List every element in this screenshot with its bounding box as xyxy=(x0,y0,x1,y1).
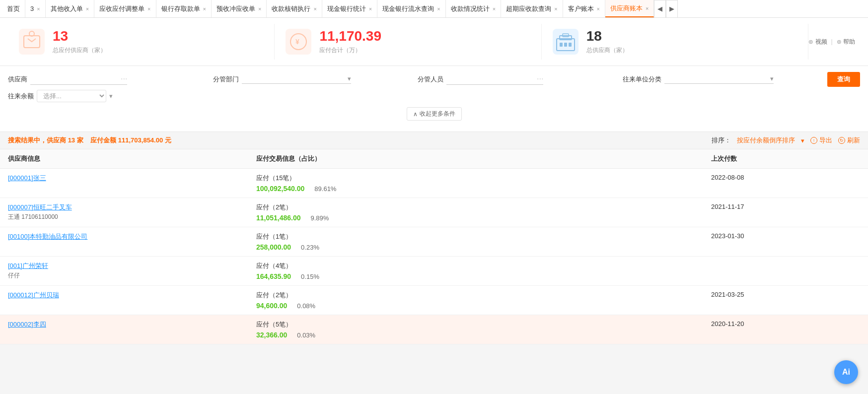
supplier-link-1[interactable]: [000001]张三 xyxy=(8,174,256,183)
table-row: [000012]广州贝瑞 应付（2笔） 94,600.00 0.08% 2021… xyxy=(0,286,868,315)
payable-row-5: 94,600.00 0.08% xyxy=(256,302,711,310)
svg-text:¥: ¥ xyxy=(295,38,299,46)
sort-dropdown-icon[interactable]: ▾ xyxy=(801,137,804,144)
payable-row-4: 164,635.90 0.15% xyxy=(256,272,711,280)
close-tab-cash-bank-stat[interactable]: × xyxy=(369,6,372,12)
close-tab-overdue-query[interactable]: × xyxy=(554,6,557,12)
payable-info-5: 应付（2笔） 94,600.00 0.08% xyxy=(256,291,711,310)
supplier-info-6: [000002]李四 xyxy=(8,320,256,329)
supplier-input[interactable] xyxy=(30,75,120,82)
summary-area: 13 总应付供应商（家） ¥ 11,170.39 应付合计（万） xyxy=(0,18,868,66)
help-icon: ⊙ xyxy=(837,38,842,45)
nav-arrow-right[interactable]: ▶ xyxy=(666,0,678,18)
svg-rect-9 xyxy=(560,43,563,47)
payable-row-6: 32,366.00 0.03% xyxy=(256,331,711,339)
link-divider: | xyxy=(831,38,833,45)
close-tab-receipt-verify[interactable]: × xyxy=(313,6,316,12)
payable-info-3: 应付（1笔） 258,000.00 0.23% xyxy=(256,232,711,251)
payable-row-1: 100,092,540.00 89.61% xyxy=(256,185,711,193)
payable-total-icon: ¥ xyxy=(285,28,312,56)
payable-info-6: 应付（5笔） 32,366.00 0.03% xyxy=(256,320,711,339)
supplier-label: 供应商 xyxy=(8,75,27,84)
refresh-button[interactable]: ↻ 刷新 xyxy=(838,136,860,145)
table-row: [001]广州荣轩 仔仔 应付（4笔） 164,635.90 0.15% xyxy=(0,257,868,286)
top-navigation: 首页 3 × 其他收入单 × 应收应付调整单 × 银行存取款单 × 预收冲应收单… xyxy=(0,0,868,18)
dept-input[interactable] xyxy=(242,75,348,82)
last-pay-2: 2021-11-17 xyxy=(711,203,860,210)
close-tab-ar-ap-adjust[interactable]: × xyxy=(147,6,150,12)
summary-card-payable-total: ¥ 11,170.39 应付合计（万） xyxy=(275,24,541,60)
supplier-table: 供应商信息 应付交易信息（占比） 上次付数 [000001]张三 应付（15笔）… xyxy=(0,149,868,344)
close-tab-customer-ledger[interactable]: × xyxy=(597,6,600,12)
supplier-link-3[interactable]: [00100]本特勤油品有限公司 xyxy=(8,232,256,241)
balance-dropdown-icon: ▾ xyxy=(109,92,113,100)
supplier-dots: ··· xyxy=(121,74,127,83)
payable-suppliers-number: 13 xyxy=(53,29,106,44)
nav-tab-other-income[interactable]: 其他收入单 × xyxy=(46,0,94,17)
nav-tab-cash-flow-query[interactable]: 现金银行流水查询 × xyxy=(377,0,445,17)
supplier-info-4: [001]广州荣轩 仔仔 xyxy=(8,262,256,280)
nav-tab-receipt-stat[interactable]: 收款情况统计 × xyxy=(446,0,501,17)
payable-info-4: 应付（4笔） 164,635.90 0.15% xyxy=(256,262,711,280)
payable-row-2: 11,051,486.00 9.89% xyxy=(256,214,711,222)
collapse-button[interactable]: ∧ 收起更多条件 xyxy=(407,107,462,121)
supplier-link-4[interactable]: [001]广州荣轩 xyxy=(8,262,256,270)
nav-tab-home[interactable]: 首页 xyxy=(2,0,25,17)
supplier-link-5[interactable]: [000012]广州贝瑞 xyxy=(8,291,256,300)
help-link[interactable]: ⊙ 帮助 xyxy=(837,38,855,46)
dept-label: 分管部门 xyxy=(213,75,239,84)
nav-tab-cash-bank-stat[interactable]: 现金银行统计 × xyxy=(322,0,377,17)
category-label: 往来单位分类 xyxy=(623,75,661,84)
supplier-link-2[interactable]: [000007]恒旺二手叉车 xyxy=(8,203,256,212)
refresh-icon: ↻ xyxy=(838,137,845,144)
balance-label: 往来余额 xyxy=(8,92,34,101)
balance-select-wrapper: 选择... ▾ xyxy=(37,90,113,102)
filter-group-category: 往来单位分类 ▾ xyxy=(623,75,820,84)
nav-tab-customer-ledger[interactable]: 客户账本 × xyxy=(563,0,605,17)
close-tab-other-income[interactable]: × xyxy=(86,6,89,12)
filter-area: 供应商 ··· 分管部门 ▾ 分管人员 ··· 往来单位分类 xyxy=(0,66,868,132)
collapse-area: ∧ 收起更多条件 xyxy=(8,102,860,126)
supplier-info-5: [000012]广州贝瑞 xyxy=(8,291,256,300)
search-button[interactable]: 查询 xyxy=(827,72,860,87)
category-dropdown-icon[interactable]: ▾ xyxy=(770,75,774,82)
nav-tab-3[interactable]: 3 × xyxy=(25,0,46,17)
balance-select[interactable]: 选择... xyxy=(37,90,106,102)
dept-dropdown-icon[interactable]: ▾ xyxy=(348,75,351,82)
table-row: [000007]恒旺二手叉车 王通 17106110000 应付（2笔） 11,… xyxy=(0,198,868,227)
results-bar: 搜索结果中，供应商 13 家 应付金额 111,703,854.00 元 排序：… xyxy=(0,132,868,149)
last-pay-1: 2022-08-08 xyxy=(711,174,860,181)
category-input[interactable] xyxy=(664,75,770,82)
close-tab-3[interactable]: × xyxy=(37,6,40,12)
nav-tab-prepay-offset[interactable]: 预收冲应收单 × xyxy=(212,0,267,17)
nav-tab-receipt-verify[interactable]: 收款核销执行 × xyxy=(267,0,322,17)
card-info-payable-suppliers: 13 总应付供应商（家） xyxy=(53,29,106,55)
col-header-payable: 应付交易信息（占比） xyxy=(256,154,711,163)
close-tab-prepay-offset[interactable]: × xyxy=(258,6,261,12)
nav-arrow-left[interactable]: ◀ xyxy=(654,0,666,18)
close-tab-receipt-stat[interactable]: × xyxy=(493,6,496,12)
nav-tab-supplier-ledger[interactable]: 供应商账本 × xyxy=(605,0,654,17)
close-tab-supplier-ledger[interactable]: × xyxy=(646,5,649,11)
payable-suppliers-label: 总应付供应商（家） xyxy=(53,46,106,55)
sort-selector[interactable]: 按应付余额倒序排序 xyxy=(737,136,795,145)
payable-info-1: 应付（15笔） 100,092,540.00 89.61% xyxy=(256,174,711,193)
total-suppliers-label: 总供应商（家） xyxy=(586,46,628,55)
results-actions: 排序： 按应付余额倒序排序 ▾ ↑ 导出 ↻ 刷新 xyxy=(712,136,860,145)
last-pay-3: 2023-01-30 xyxy=(711,232,860,240)
person-input-wrapper: ··· xyxy=(446,74,543,85)
video-icon: ⊙ xyxy=(808,38,813,45)
nav-tab-overdue-query[interactable]: 超期应收款查询 × xyxy=(501,0,563,17)
nav-tab-bank-deposit[interactable]: 银行存取款单 × xyxy=(156,0,212,17)
export-button[interactable]: ↑ 导出 xyxy=(810,136,832,145)
person-input[interactable] xyxy=(446,75,536,82)
video-link[interactable]: ⊙ 视频 xyxy=(808,38,827,46)
nav-tab-ar-ap-adjust[interactable]: 应收应付调整单 × xyxy=(94,0,156,17)
supplier-link-6[interactable]: [000002]李四 xyxy=(8,320,256,329)
table-row: [000001]张三 应付（15笔） 100,092,540.00 89.61%… xyxy=(0,169,868,198)
close-tab-cash-flow-query[interactable]: × xyxy=(437,6,440,12)
filter-group-person: 分管人员 ··· xyxy=(418,74,615,85)
table-header: 供应商信息 应付交易信息（占比） 上次付数 xyxy=(0,149,868,169)
close-tab-bank-deposit[interactable]: × xyxy=(203,6,206,12)
filter-row-2: 往来余额 选择... ▾ xyxy=(8,90,860,102)
